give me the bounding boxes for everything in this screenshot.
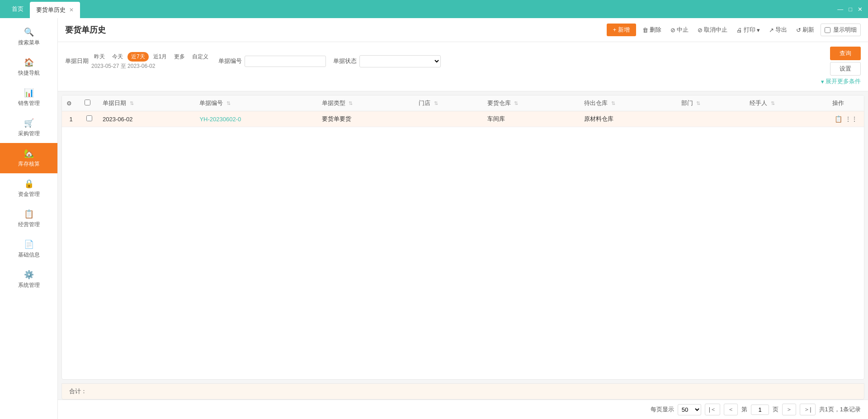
- tab-home[interactable]: 首页: [5, 0, 30, 18]
- table-row: 1 2023-06-02 YH-20230602-0 要货单要货 车间库 原材料…: [62, 111, 864, 127]
- minimize-icon[interactable]: —: [837, 6, 843, 13]
- page-title: 要货单历史: [65, 24, 106, 35]
- sort-department-icon[interactable]: ⇅: [696, 100, 700, 106]
- col-pending-warehouse: 待出仓库 ⇅: [580, 95, 676, 111]
- table-settings-icon[interactable]: ⚙: [66, 100, 72, 107]
- refresh-icon: ↺: [796, 27, 801, 33]
- cancel-stop-icon: ⊘: [698, 27, 703, 33]
- date-filter-buttons: 昨天 今天 近7天 近1月 更多 自定义: [91, 52, 211, 62]
- sort-req-warehouse-icon[interactable]: ⇅: [514, 100, 518, 106]
- date-filter-label: 单据日期: [65, 57, 89, 65]
- purchase-icon: 🛒: [24, 118, 34, 128]
- sort-doc-date-icon[interactable]: ⇅: [130, 100, 134, 106]
- close-tab-icon[interactable]: ✕: [69, 7, 74, 13]
- sidebar-item-label: 资金管理: [18, 190, 40, 198]
- col-department: 部门 ⇅: [677, 95, 745, 111]
- sidebar-item-system-mgmt[interactable]: ⚙️ 系统管理: [0, 264, 57, 295]
- sidebar-item-label: 库存核算: [18, 160, 40, 168]
- action-icons-group: 📋 ⋮⋮: [832, 115, 859, 123]
- edit-action-icon[interactable]: 📋: [835, 115, 842, 123]
- row-pending-warehouse: 原材料仓库: [580, 111, 676, 127]
- row-doc-number: YH-20230602-0: [195, 111, 317, 127]
- search-menu-icon: 🔍: [24, 27, 34, 37]
- last-page-button[interactable]: ＞|: [800, 404, 815, 415]
- status-label: 单据状态: [333, 57, 357, 65]
- sidebar-item-label: 经营管理: [18, 221, 40, 229]
- sort-store-icon[interactable]: ⇅: [434, 100, 438, 106]
- date-btn-custom[interactable]: 自定义: [189, 52, 211, 62]
- print-dropdown-icon: ▾: [757, 27, 760, 33]
- sort-doc-type-icon[interactable]: ⇅: [349, 100, 353, 106]
- select-all-checkbox[interactable]: [85, 100, 90, 105]
- date-btn-yesterday[interactable]: 昨天: [91, 52, 108, 62]
- status-select[interactable]: [359, 55, 441, 67]
- page-number-input[interactable]: [751, 405, 769, 415]
- date-btn-7days[interactable]: 近7天: [127, 52, 149, 62]
- page-suffix: 页: [773, 405, 778, 414]
- expand-icon: ▾: [821, 78, 824, 85]
- sort-doc-number-icon[interactable]: ⇅: [226, 100, 231, 106]
- print-button[interactable]: 🖨 打印 ▾: [734, 24, 763, 36]
- sidebar-item-search-menu[interactable]: 🔍 搜索菜单: [0, 22, 57, 52]
- sidebar-item-finance-mgmt[interactable]: 🔒 资金管理: [0, 173, 57, 204]
- page-label: 第: [741, 405, 747, 414]
- tab-requisition-history[interactable]: 要货单历史 ✕: [30, 2, 80, 18]
- maximize-icon[interactable]: □: [849, 6, 852, 13]
- display-detail-checkbox[interactable]: [825, 27, 830, 33]
- operations-icon: 📋: [24, 209, 34, 219]
- row-store: [414, 111, 483, 127]
- date-btn-today[interactable]: 今天: [109, 52, 126, 62]
- new-button[interactable]: + 新增: [607, 24, 636, 36]
- header-row: ⚙ 单据日期 ⇅ 单据编号 ⇅: [62, 95, 864, 111]
- sidebar-item-basic-info[interactable]: 📄 基础信息: [0, 234, 57, 264]
- quick-nav-icon: 🏠: [24, 57, 34, 67]
- sort-handler-icon[interactable]: ⇅: [771, 100, 775, 106]
- sidebar-item-inventory[interactable]: 🏡 库存核算: [0, 143, 57, 173]
- row-checkbox[interactable]: [86, 115, 92, 121]
- date-filter-col: 昨天 今天 近7天 近1月 更多 自定义 2023-05-27 至 2023-0…: [91, 52, 211, 70]
- finance-icon: 🔒: [24, 179, 34, 189]
- delete-button[interactable]: 🗑 删除: [640, 24, 664, 36]
- setting-button[interactable]: 设置: [830, 62, 861, 76]
- next-page-button[interactable]: ＞: [782, 404, 796, 415]
- stop-button[interactable]: ⊘ 中止: [668, 24, 691, 36]
- row-department: [677, 111, 745, 127]
- row-doc-date: 2023-06-02: [98, 111, 195, 127]
- row-actions: 📋 ⋮⋮: [828, 111, 864, 127]
- export-button[interactable]: ↗ 导出: [766, 24, 790, 36]
- display-detail-button[interactable]: 显示明细: [821, 24, 861, 36]
- sidebar-item-label: 基础信息: [18, 251, 40, 259]
- sidebar-item-label: 搜索菜单: [18, 39, 40, 47]
- page-size-select[interactable]: 50 10 20 100: [678, 404, 701, 415]
- date-btn-more[interactable]: 更多: [171, 52, 188, 62]
- expand-conditions-button[interactable]: ▾ 展开更多条件: [821, 77, 861, 86]
- more-action-icon[interactable]: ⋮⋮: [845, 115, 858, 123]
- doc-number-label: 单据编号: [218, 57, 242, 65]
- table-body: 1 2023-06-02 YH-20230602-0 要货单要货 车间库 原材料…: [62, 111, 864, 127]
- page-size-label: 每页显示: [651, 405, 674, 414]
- toolbar: + 新增 🗑 删除 ⊘ 中止 ⊘ 取消中止 🖨 打: [607, 24, 861, 36]
- sidebar-item-label: 系统管理: [18, 281, 40, 289]
- date-btn-1month[interactable]: 近1月: [151, 52, 170, 62]
- window-close-icon[interactable]: ✕: [858, 6, 863, 13]
- filter-status-item: 单据状态: [333, 55, 441, 67]
- query-button[interactable]: 查询: [830, 47, 861, 60]
- prev-page-button[interactable]: ＜: [724, 404, 738, 415]
- sidebar-item-quick-nav[interactable]: 🏠 快捷导航: [0, 52, 57, 82]
- stop-icon: ⊘: [670, 27, 675, 33]
- window-controls: — □ ✕: [837, 6, 863, 13]
- sidebar-item-operations-mgmt[interactable]: 📋 经营管理: [0, 204, 57, 234]
- doc-number-link[interactable]: YH-20230602-0: [199, 116, 241, 123]
- first-page-button[interactable]: |＜: [705, 404, 720, 415]
- refresh-button[interactable]: ↺ 刷新: [793, 24, 817, 36]
- col-doc-type: 单据类型 ⇅: [317, 95, 414, 111]
- sidebar-item-purchase-mgmt[interactable]: 🛒 采购管理: [0, 113, 57, 143]
- sort-pending-warehouse-icon[interactable]: ⇅: [611, 100, 615, 106]
- col-action: 操作: [828, 95, 864, 111]
- cancel-stop-button[interactable]: ⊘ 取消中止: [695, 24, 730, 36]
- sidebar-item-sales-mgmt[interactable]: 📊 销售管理: [0, 82, 57, 113]
- summary-row: 合计：: [61, 383, 864, 400]
- doc-number-input[interactable]: [245, 56, 326, 67]
- row-checkbox-cell: [80, 111, 98, 127]
- export-icon: ↗: [769, 27, 774, 33]
